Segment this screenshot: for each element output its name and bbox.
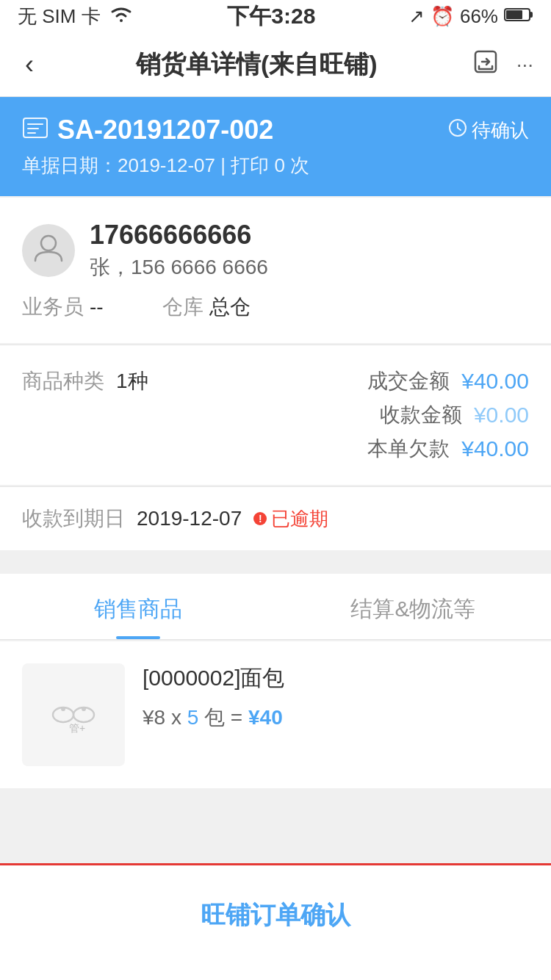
svg-point-6 (41, 236, 56, 251)
product-thumbnail: 管+ (22, 663, 125, 766)
more-button[interactable]: ··· (516, 53, 533, 76)
balance-row: 本单欠款 ¥40.00 (367, 435, 529, 463)
amount-fields: 成交金额 ¥40.00 收款金额 ¥0.00 本单欠款 ¥40.00 (367, 367, 529, 463)
salesperson-value: -- (90, 295, 104, 319)
nav-bar: ‹ 销货单详情(来自旺铺) ··· (0, 32, 551, 97)
type-label: 商品种类 (22, 367, 104, 395)
due-date-card: 收款到期日 2019-12-07 ! 已逾期 (0, 487, 551, 550)
clock-icon (448, 118, 467, 143)
overdue-icon: ! (253, 512, 267, 525)
balance-label: 本单欠款 (367, 435, 450, 463)
svg-rect-2 (506, 10, 522, 19)
order-id: SA-20191207-002 (22, 115, 273, 145)
svg-point-9 (61, 707, 65, 711)
due-label: 收款到期日 (22, 505, 125, 533)
tab-settlement[interactable]: 结算&物流等 (276, 574, 551, 639)
wifi-icon (108, 4, 134, 29)
status-carrier: 无 SIM 卡 (18, 4, 134, 29)
customer-card: 17666666666 张，156 6666 6666 业务员 -- 仓库 总仓 (0, 198, 551, 343)
product-name: [0000002]面包 (143, 663, 529, 693)
warehouse-label: 仓库 (162, 293, 204, 321)
order-status: 待确认 (448, 118, 529, 143)
product-price: ¥8 x 5 包 = ¥40 (143, 704, 529, 732)
type-value: 1种 (116, 367, 148, 395)
location-icon: ↗ (408, 5, 425, 28)
payment-row: 收款金额 ¥0.00 (380, 401, 529, 429)
carrier-text: 无 SIM 卡 (18, 4, 101, 29)
svg-text:管+: 管+ (69, 722, 85, 734)
nav-actions: ··· (472, 48, 533, 80)
battery-text: 66% (460, 5, 498, 28)
battery-icon (504, 5, 533, 28)
status-bar: 无 SIM 卡 下午3:28 ↗ ⏰ 66% (0, 0, 551, 32)
customer-info: 17666666666 张，156 6666 6666 (90, 220, 268, 281)
salesperson-field: 业务员 -- (22, 293, 104, 321)
qty-value: 5 (187, 706, 199, 729)
warehouse-field: 仓库 总仓 (162, 293, 251, 321)
confirm-button-wrapper: 旺铺订单确认 (0, 863, 551, 980)
avatar (22, 224, 75, 277)
balance-value: ¥40.00 (461, 436, 529, 461)
product-list: 管+ [0000002]面包 ¥8 x 5 包 = ¥40 (0, 641, 551, 788)
order-header: SA-20191207-002 待确认 单据日期：2019-12-07 | 打印… (0, 97, 551, 196)
tabs: 销售商品 结算&物流等 (0, 574, 551, 640)
customer-name: 张，156 6666 6666 (90, 253, 268, 281)
svg-point-10 (82, 707, 86, 711)
product-thumb-placeholder: 管+ (44, 693, 103, 737)
amount-row: 成交金额 ¥40.00 (367, 367, 529, 395)
salesperson-label: 业务员 (22, 293, 84, 321)
customer-phone: 17666666666 (90, 220, 268, 251)
amount-value: ¥40.00 (461, 369, 529, 394)
svg-rect-1 (530, 12, 533, 18)
product-item: 管+ [0000002]面包 ¥8 x 5 包 = ¥40 (22, 663, 529, 766)
customer-meta: 业务员 -- 仓库 总仓 (22, 293, 529, 321)
price-multiply: x (171, 706, 187, 729)
avatar-icon (32, 231, 65, 270)
price-value: ¥8 (143, 706, 165, 729)
status-time: 下午3:28 (227, 1, 315, 32)
unit-value: 包 (204, 706, 225, 729)
order-date: 单据日期：2019-12-07 | 打印 0 次 (22, 153, 529, 179)
tab-products[interactable]: 销售商品 (0, 574, 276, 639)
total-value: ¥40 (248, 706, 283, 729)
confirm-order-button[interactable]: 旺铺订单确认 (22, 880, 529, 951)
overdue-badge: ! 已逾期 (253, 506, 328, 532)
back-button[interactable]: ‹ (18, 42, 41, 87)
product-type-field: 商品种类 1种 (22, 367, 148, 395)
page-title: 销货单详情(来自旺铺) (136, 48, 378, 82)
payment-label: 收款金额 (380, 401, 462, 429)
amount-label: 成交金额 (367, 367, 450, 395)
alarm-icon: ⏰ (431, 5, 454, 28)
payment-value: ¥0.00 (474, 403, 529, 428)
product-info: [0000002]面包 ¥8 x 5 包 = ¥40 (143, 663, 529, 732)
price-equals: = (231, 706, 248, 729)
due-date-value: 2019-12-07 (137, 507, 242, 530)
summary-card: 商品种类 1种 成交金额 ¥40.00 收款金额 ¥0.00 本单欠款 ¥40.… (0, 345, 551, 485)
share-button[interactable] (472, 48, 499, 80)
status-right: ↗ ⏰ 66% (408, 5, 533, 28)
order-icon (22, 115, 48, 145)
overdue-text: 已逾期 (271, 506, 328, 532)
warehouse-value: 总仓 (209, 293, 251, 321)
